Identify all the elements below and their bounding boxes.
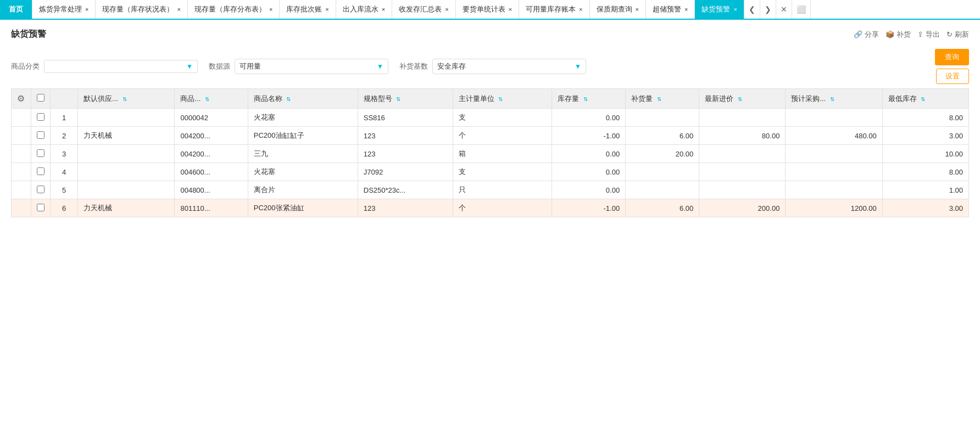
row-name: 火花塞 xyxy=(248,163,358,181)
row-settings-cell xyxy=(12,145,31,163)
sort-icon-price[interactable]: ⇅ xyxy=(738,96,742,102)
category-label: 商品分类 xyxy=(11,61,40,71)
row-checkbox-2[interactable] xyxy=(37,149,44,157)
row-checkbox-0[interactable] xyxy=(37,113,44,121)
row-latest-price: 80.00 xyxy=(699,127,786,145)
row-latest-price xyxy=(699,145,786,163)
sort-icon-code[interactable]: ⇅ xyxy=(205,96,209,102)
tab-home[interactable]: 首页 xyxy=(0,0,32,19)
page-header: 缺货预警 🔗 分享 📦 补货 ⇪ 导出 ↻ 刷新 xyxy=(11,29,969,40)
tab-close-expiry[interactable]: × xyxy=(636,6,639,13)
row-est-purchase xyxy=(786,163,882,181)
refresh-icon: ↻ xyxy=(946,30,953,38)
tab-close-batch[interactable]: × xyxy=(325,6,328,13)
row-latest-price xyxy=(699,181,786,199)
datasource-label: 数据源 xyxy=(209,61,230,71)
tab-overstock[interactable]: 超储预警 × xyxy=(646,0,695,19)
export-action[interactable]: ⇪ 导出 xyxy=(917,30,940,40)
row-stock: -1.00 xyxy=(552,127,626,145)
sort-icon-stock[interactable]: ⇅ xyxy=(583,96,588,102)
settings-button[interactable]: 设置 xyxy=(936,69,969,84)
row-unit: 只 xyxy=(453,181,552,199)
sort-icon-supplier[interactable]: ⇅ xyxy=(122,96,127,102)
row-min-stock: 1.00 xyxy=(882,181,968,199)
row-code: 0000042 xyxy=(175,109,248,127)
table-settings-icon[interactable]: ⚙ xyxy=(17,94,25,103)
tab-scroll-right[interactable]: ❯ xyxy=(760,0,776,19)
filter-actions: 查询 设置 xyxy=(935,49,969,84)
filter-row: 商品分类 ▼ 数据源 可用量 ▼ 补货基数 安全库存 ▼ 查询 设置 xyxy=(11,49,969,84)
row-est-purchase xyxy=(786,109,882,127)
tab-close-inventory-status[interactable]: × xyxy=(177,6,180,13)
tab-close-shortage[interactable]: × xyxy=(733,6,737,13)
tab-available-ledger[interactable]: 可用量库存账本 × xyxy=(519,0,589,19)
row-spec: 123 xyxy=(358,127,453,145)
refresh-action[interactable]: ↻ 刷新 xyxy=(946,30,969,40)
row-name: 三九 xyxy=(248,145,358,163)
table-header-est-purchase: 预计采购... ⇅ xyxy=(786,89,882,109)
tab-expiry[interactable]: 保质期查询 × xyxy=(590,0,646,19)
sort-icon-spec[interactable]: ⇅ xyxy=(396,96,400,102)
tab-batch[interactable]: 库存批次账 × xyxy=(280,0,336,19)
tab-order-stats[interactable]: 要货单统计表 × xyxy=(456,0,519,19)
row-settings-cell xyxy=(12,199,31,217)
tab-shortage[interactable]: 缺货预警 × xyxy=(695,0,744,19)
tab-inout-flow[interactable]: 出入库流水 × xyxy=(336,0,392,19)
tab-close-current[interactable]: ✕ xyxy=(776,0,792,19)
sort-icon-est-purchase[interactable]: ⇅ xyxy=(830,96,834,102)
row-checkbox-cell xyxy=(31,109,51,127)
tab-bar: 首页 炼货异常处理 × 现存量（库存状况表） × 现存量（库存分布表） × 库存… xyxy=(0,0,980,20)
tab-close-order-stats[interactable]: × xyxy=(509,6,512,13)
datasource-dropdown-arrow: ▼ xyxy=(377,63,383,70)
sort-icon-replenish[interactable]: ⇅ xyxy=(657,96,661,102)
tab-close-abnormal[interactable]: × xyxy=(85,6,88,13)
row-min-stock: 3.00 xyxy=(882,199,968,217)
row-checkbox-3[interactable] xyxy=(37,167,44,175)
row-checkbox-4[interactable] xyxy=(37,186,44,193)
row-unit: 箱 xyxy=(453,145,552,163)
tab-inventory-dist[interactable]: 现存量（库存分布表） × xyxy=(188,0,280,19)
tab-maximize[interactable]: ⬜ xyxy=(792,0,811,19)
row-checkbox-cell xyxy=(31,199,51,217)
row-min-stock: 3.00 xyxy=(882,127,968,145)
tab-close-inout-flow[interactable]: × xyxy=(382,6,385,13)
tab-abnormal[interactable]: 炼货异常处理 × xyxy=(32,0,96,19)
share-action[interactable]: 🔗 分享 xyxy=(854,30,879,40)
category-select[interactable]: ▼ xyxy=(44,60,198,73)
tab-close-receive-summary[interactable]: × xyxy=(445,6,448,13)
row-checkbox-1[interactable] xyxy=(37,131,44,139)
tab-inventory-status[interactable]: 现存量（库存状况表） × xyxy=(96,0,187,19)
row-settings-cell xyxy=(12,109,31,127)
sort-icon-min-stock[interactable]: ⇅ xyxy=(921,96,925,102)
replenish-base-filter-group: 补货基数 安全库存 ▼ xyxy=(399,59,586,74)
table-header-seq xyxy=(51,89,78,109)
row-replenish-qty: 6.00 xyxy=(626,199,699,217)
row-replenish-qty: 20.00 xyxy=(626,145,699,163)
table-header-spec: 规格型号 ⇅ xyxy=(358,89,453,109)
replenish-base-label: 补货基数 xyxy=(399,61,428,71)
sort-icon-name[interactable]: ⇅ xyxy=(286,96,291,102)
replenish-action[interactable]: 📦 补货 xyxy=(886,30,911,40)
row-code: 004200... xyxy=(175,127,248,145)
row-checkbox-5[interactable] xyxy=(37,204,44,211)
sort-icon-unit[interactable]: ⇅ xyxy=(498,96,503,102)
datasource-value: 可用量 xyxy=(240,61,261,71)
table-row: 3 004200... 三九 123 箱 0.00 20.00 10.00 xyxy=(12,145,969,163)
select-all-checkbox[interactable] xyxy=(37,94,44,102)
row-stock: -1.00 xyxy=(552,199,626,217)
row-seq: 4 xyxy=(51,163,78,181)
query-button[interactable]: 查询 xyxy=(935,49,969,65)
row-supplier: 力天机械 xyxy=(78,127,175,145)
tab-close-overstock[interactable]: × xyxy=(684,6,688,13)
replenish-base-select[interactable]: 安全库存 ▼ xyxy=(432,59,586,74)
table-header-default-supplier: 默认供应... ⇅ xyxy=(78,89,175,109)
row-unit: 个 xyxy=(453,199,552,217)
tab-close-available-ledger[interactable]: × xyxy=(579,6,582,13)
tab-receive-summary[interactable]: 收发存汇总表 × xyxy=(392,0,455,19)
row-checkbox-cell xyxy=(31,163,51,181)
row-stock: 0.00 xyxy=(552,145,626,163)
table-row: 5 004800... 离合片 DS250*23c... 只 0.00 1.00 xyxy=(12,181,969,199)
tab-scroll-left[interactable]: ❮ xyxy=(744,0,760,19)
tab-close-inventory-dist[interactable]: × xyxy=(269,6,272,13)
datasource-select[interactable]: 可用量 ▼ xyxy=(235,59,388,74)
